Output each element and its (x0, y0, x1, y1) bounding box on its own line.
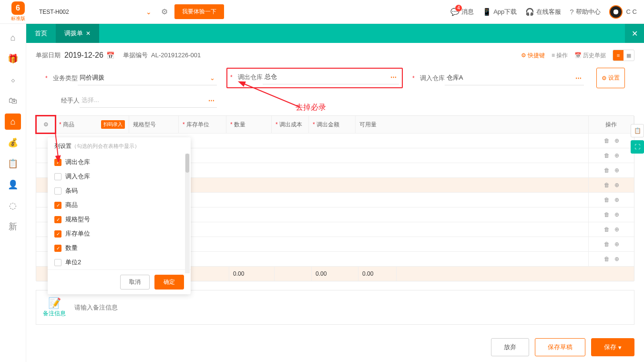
ok-button[interactable]: 确定 (154, 275, 184, 290)
message-badge: 4 (455, 5, 462, 11)
remark-input[interactable] (74, 304, 627, 311)
close-icon[interactable]: ✕ (86, 30, 91, 37)
more-icon[interactable]: ⋯ (390, 73, 397, 81)
col-unit[interactable]: *库存单位 (179, 116, 226, 133)
popup-list[interactable]: ✓调出仓库 调入仓库 条码 ✓商品 ✓规格型号 ✓库存单位 ✓数量 单位2 (48, 155, 191, 269)
col-spec[interactable]: 规格型号 (129, 116, 179, 133)
col-product[interactable]: *商品扫码录入 (55, 116, 129, 133)
copy-icon[interactable]: ⊕ (614, 226, 619, 233)
nav-contact-icon[interactable]: 👤 (5, 176, 21, 193)
checkbox-icon: ✓ (54, 230, 61, 238)
col-option[interactable]: ✓商品 (54, 198, 184, 212)
col-available[interactable]: 可用量 (356, 116, 589, 133)
nav-home-icon[interactable]: ⌂ (5, 30, 21, 46)
copy-icon[interactable]: ⊕ (614, 241, 619, 248)
field-handler[interactable]: 经手人 选择...⋯ (45, 93, 217, 108)
calendar-icon[interactable]: 📅 (106, 52, 114, 59)
nav-clipboard-icon[interactable]: 📋 (5, 155, 21, 172)
note-icon[interactable]: 📋 (631, 124, 644, 137)
shortcut-link[interactable]: ⚙ 快捷键 (521, 52, 545, 60)
nav-warehouse-icon[interactable]: ⌂ (5, 114, 21, 130)
delete-icon[interactable]: 🗑 (604, 137, 610, 144)
checkbox-icon (54, 187, 61, 195)
scrollbar[interactable] (185, 155, 190, 269)
copy-icon[interactable]: ⊕ (614, 256, 619, 262)
user-menu[interactable]: C C (609, 5, 637, 19)
more-icon[interactable]: ⋯ (575, 74, 582, 82)
side-toolbar: 📋 ⛶ (631, 124, 644, 156)
view-list-icon[interactable]: ≡ (613, 50, 624, 61)
save-draft-button[interactable]: 保存草稿 (535, 338, 585, 356)
delete-icon[interactable]: 🗑 (604, 211, 610, 218)
delete-icon[interactable]: 🗑 (604, 167, 610, 174)
document-header: 单据日期 2019-12-26 📅 单据编号 AL-20191226-001 ⚙… (36, 50, 634, 61)
popup-title: 列设置（勾选的列会在表格中显示） (48, 137, 191, 155)
logo-subtitle: 标准版 (11, 15, 25, 22)
col-option[interactable]: ✓规格型号 (54, 212, 184, 227)
delete-icon[interactable]: 🗑 (604, 226, 610, 233)
nav-price-icon[interactable]: ⬦ (5, 72, 21, 88)
tab-transfer-order[interactable]: 调拨单 ✕ (56, 24, 99, 43)
delete-icon[interactable]: 🗑 (604, 241, 610, 248)
copy-icon[interactable]: ⊕ (614, 137, 619, 144)
org-selector[interactable]: TEST-H002 ⌄ (33, 4, 157, 20)
delete-icon[interactable]: 🗑 (604, 197, 610, 203)
col-option[interactable]: 调入仓库 (54, 169, 184, 184)
col-option[interactable]: ✓数量 (54, 241, 184, 255)
col-option[interactable]: ✓调出仓库 (54, 155, 184, 169)
settings-button[interactable]: ⚙ 设置 (596, 68, 625, 88)
copy-icon[interactable]: ⊕ (614, 167, 619, 174)
cancel-button[interactable]: 取消 (120, 275, 150, 290)
view-grid-icon[interactable]: ▦ (624, 50, 634, 61)
history-link[interactable]: 📅 历史单据 (574, 52, 606, 60)
delete-icon[interactable]: 🗑 (604, 182, 610, 188)
chevron-down-icon: ⌄ (146, 8, 152, 16)
date-label: 单据日期 (36, 51, 61, 60)
field-biz-type[interactable]: * 业务类型 同价调拨⌄ (45, 68, 217, 88)
field-in-warehouse[interactable]: * 调入仓库 仓库A⋯ (412, 68, 584, 88)
messages-link[interactable]: 💬 消息 4 (450, 8, 474, 16)
col-option[interactable]: 条码 (54, 184, 184, 198)
col-cost[interactable]: *调出成本 (272, 116, 309, 133)
more-icon[interactable]: ⋯ (208, 97, 215, 104)
gear-icon[interactable]: ⚙ (161, 7, 168, 16)
discard-button[interactable]: 放弃 (491, 338, 529, 356)
tabs-bar: 首页 调拨单 ✕ ✕ (26, 24, 644, 43)
col-option[interactable]: 单位2 (54, 255, 184, 269)
nav-bag-icon[interactable]: 🛍 (5, 93, 21, 109)
copy-icon[interactable]: ⊕ (614, 211, 619, 218)
help-link[interactable]: ? 帮助中心 (570, 8, 600, 16)
nav-gift-icon[interactable]: 🎁 (5, 51, 21, 67)
copy-icon[interactable]: ⊕ (614, 197, 619, 203)
field-out-warehouse[interactable]: * 调出仓库 总仓⋯ (226, 68, 403, 88)
col-amount[interactable]: *调出金额 (309, 116, 356, 133)
delete-icon[interactable]: 🗑 (604, 256, 610, 262)
delete-icon[interactable]: 🗑 (604, 152, 610, 159)
tabs-close-all-icon[interactable]: ✕ (625, 24, 644, 43)
help-icon: ? (570, 8, 573, 16)
save-button[interactable]: 保存 ▾ (591, 338, 634, 356)
nav-cycle-icon[interactable]: ◌ (5, 197, 21, 214)
phone-icon: 📱 (482, 8, 491, 16)
checkbox-icon: ✓ (54, 202, 61, 209)
expand-icon[interactable]: ⛶ (631, 140, 644, 154)
checkbox-icon: ✓ (54, 245, 61, 252)
trial-button[interactable]: 我要体验一下 (174, 4, 224, 19)
scan-button[interactable]: 扫码录入 (101, 120, 125, 129)
col-qty[interactable]: *数量 (226, 116, 272, 133)
avatar (609, 5, 623, 19)
col-option[interactable]: ✓库存单位 (54, 227, 184, 241)
tab-home[interactable]: 首页 (26, 24, 56, 43)
nav-money-icon[interactable]: 💰 (5, 134, 21, 151)
copy-icon[interactable]: ⊕ (614, 182, 619, 188)
column-settings-button[interactable]: ⚙ (35, 115, 56, 134)
app-download-link[interactable]: 📱 App下载 (482, 8, 517, 16)
remark-icon: 📝 备注信息 (43, 297, 66, 318)
app-header: 6 标准版 TEST-H002 ⌄ ⚙ 我要体验一下 💬 消息 4 📱 App下… (0, 0, 644, 24)
service-link[interactable]: 🎧 在线客服 (525, 8, 561, 16)
operate-link[interactable]: ≡ 操作 (552, 52, 568, 60)
copy-icon[interactable]: ⊕ (614, 152, 619, 159)
nav-new-icon[interactable]: 新 (5, 218, 21, 235)
checkbox-icon (54, 173, 61, 180)
date-value[interactable]: 2019-12-26 (64, 51, 103, 60)
